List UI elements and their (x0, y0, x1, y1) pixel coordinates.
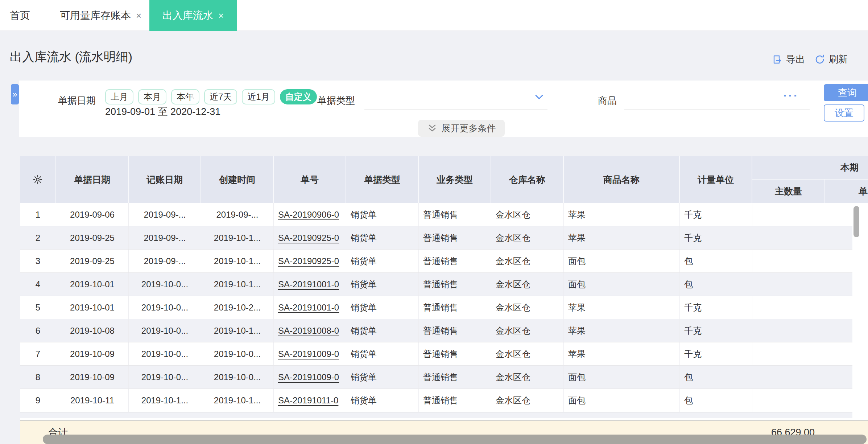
cell-doc-type: 销货单 (346, 296, 419, 319)
cell-account-date: 2019-10-0... (129, 366, 201, 388)
tab-label: 出入库流水 (162, 9, 213, 22)
date-preset-pill[interactable]: 本年 (171, 89, 199, 104)
doc-no-link[interactable]: SA-20191009-0 (278, 372, 339, 382)
col-header-create-time[interactable]: 创建时间 (201, 156, 274, 203)
doc-no-link[interactable]: SA-20191009-0 (278, 349, 339, 359)
cell-warehouse: 金水区仓 (491, 203, 564, 226)
cell-main-qty (752, 319, 825, 342)
table-row[interactable]: 12019-09-062019-09-...2019-09-...SA-2019… (20, 203, 852, 226)
cell-extra (825, 319, 852, 342)
table-row[interactable]: 92019-10-112019-10-1...2019-10-1...SA-20… (20, 389, 852, 412)
cell-extra (825, 203, 852, 226)
cell-doc-no[interactable]: SA-20191001-0 (274, 273, 346, 296)
table-row[interactable]: 72019-10-092019-10-0...2019-10-0...SA-20… (20, 342, 852, 366)
col-header-biz-type[interactable]: 业务类型 (419, 156, 491, 203)
table-row[interactable]: 52019-10-012019-10-0...2019-10-2...SA-20… (20, 296, 852, 319)
doc-no-link[interactable]: SA-20190925-0 (278, 256, 339, 266)
cell-unit: 包 (680, 389, 752, 412)
refresh-button[interactable]: 刷新 (814, 53, 848, 66)
date-preset-pill[interactable]: 近7天 (204, 89, 237, 104)
col-header-doc-type[interactable]: 单据类型 (346, 156, 419, 203)
cell-warehouse: 金水区仓 (491, 342, 564, 365)
table-row[interactable]: 22019-09-252019-09-...2019-10-1...SA-201… (20, 226, 852, 250)
cell-index: 7 (20, 342, 56, 365)
col-header-warehouse[interactable]: 仓库名称 (491, 156, 564, 203)
col-header-main-qty[interactable]: 主数量 (752, 180, 825, 203)
close-icon[interactable]: × (218, 11, 224, 20)
more-ellipsis-icon[interactable]: ··· (783, 89, 799, 103)
doc-no-link[interactable]: SA-20191011-0 (278, 395, 338, 406)
cell-unit: 千克 (680, 203, 752, 226)
tab-home[interactable]: 首页 (10, 0, 30, 31)
cell-doc-no[interactable]: SA-20190925-0 (274, 226, 346, 249)
col-header-product[interactable]: 商品名称 (564, 156, 680, 203)
cell-doc-type: 销货单 (346, 319, 419, 342)
cell-extra (825, 366, 852, 388)
table-row[interactable]: 32019-09-252019-09-...2019-10-1...SA-201… (20, 250, 852, 273)
gear-icon (32, 174, 44, 185)
cell-extra (825, 296, 852, 319)
export-label: 导出 (786, 53, 805, 66)
doc-no-link[interactable]: SA-20190906-0 (278, 210, 339, 220)
cell-doc-no[interactable]: SA-20191008-0 (274, 319, 346, 342)
doc-no-link[interactable]: SA-20190925-0 (278, 233, 339, 243)
cell-main-qty (752, 366, 825, 388)
vertical-scrollbar[interactable] (853, 206, 859, 237)
col-header-cut[interactable]: 单 (825, 180, 868, 203)
cell-doc-no[interactable]: SA-20190925-0 (274, 250, 346, 272)
date-preset-pill[interactable]: 近1月 (242, 89, 275, 104)
cell-unit: 包 (680, 273, 752, 296)
column-settings-cell[interactable] (20, 156, 56, 203)
date-preset-group: 上月本月本年近7天近1月自定义 (105, 89, 317, 104)
expand-more-conditions-button[interactable]: 展开更多条件 (418, 120, 505, 137)
cell-index: 9 (20, 389, 56, 412)
cell-main-qty (752, 389, 825, 412)
cell-doc-no[interactable]: SA-20191011-0 (274, 389, 346, 412)
col-header-doc-date[interactable]: 单据日期 (56, 156, 129, 203)
cell-index: 5 (20, 296, 56, 319)
col-header-unit[interactable]: 计量单位 (680, 156, 752, 203)
close-icon[interactable]: × (136, 11, 141, 20)
col-header-doc-no[interactable]: 单号 (274, 156, 346, 203)
cell-index: 3 (20, 250, 56, 272)
cell-create-time: 2019-10-1... (201, 389, 274, 412)
cell-doc-no[interactable]: SA-20191009-0 (274, 342, 346, 365)
table-row[interactable]: 62019-10-082019-10-0...2019-10-1...SA-20… (20, 319, 852, 342)
cell-extra (825, 389, 852, 412)
doc-no-link[interactable]: SA-20191001-0 (278, 279, 339, 289)
cell-account-date: 2019-09-... (129, 226, 201, 249)
horizontal-scrollbar[interactable] (43, 435, 867, 444)
date-range-value[interactable]: 2019-09-01 至 2020-12-31 (105, 105, 220, 118)
cell-extra (825, 273, 852, 296)
cell-main-qty (752, 250, 825, 272)
table-header: 单据日期 记账日期 创建时间 单号 单据类型 业务类型 仓库名称 商品名称 计量… (20, 156, 868, 203)
cell-warehouse: 金水区仓 (491, 319, 564, 342)
col-header-account-date[interactable]: 记账日期 (129, 156, 201, 203)
cell-extra (825, 342, 852, 365)
date-preset-pill[interactable]: 本月 (138, 89, 166, 104)
settings-button[interactable]: 设置 (824, 104, 864, 122)
cell-doc-no[interactable]: SA-20191009-0 (274, 366, 346, 388)
table-row[interactable]: 82019-10-092019-10-0...2019-10-0...SA-20… (20, 366, 852, 389)
cell-unit: 千克 (680, 296, 752, 319)
date-preset-pill[interactable]: 上月 (105, 89, 133, 104)
cell-doc-no[interactable]: SA-20190906-0 (274, 203, 346, 226)
cell-doc-date: 2019-09-25 (56, 250, 129, 272)
cell-account-date: 2019-09-... (129, 203, 201, 226)
table-row[interactable]: 42019-10-012019-10-0...2019-10-1...SA-20… (20, 273, 852, 296)
doc-no-link[interactable]: SA-20191001-0 (278, 303, 339, 313)
query-button[interactable]: 查询 (824, 84, 868, 101)
doc-no-link[interactable]: SA-20191008-0 (278, 326, 339, 336)
tab-inout-flow-active[interactable]: 出入库流水 × (149, 0, 237, 31)
date-preset-custom[interactable]: 自定义 (280, 89, 317, 104)
cell-main-qty (752, 296, 825, 319)
doc-date-label: 单据日期 (58, 94, 96, 107)
tab-available-stock-book[interactable]: 可用量库存账本 × (60, 0, 141, 31)
doc-type-select[interactable] (364, 89, 547, 110)
refresh-icon (814, 54, 825, 65)
product-input[interactable] (624, 89, 810, 110)
export-button[interactable]: 导出 (772, 53, 805, 66)
expand-panel-button[interactable]: » (11, 84, 19, 104)
cell-product: 苹果 (564, 342, 680, 365)
cell-doc-no[interactable]: SA-20191001-0 (274, 296, 346, 319)
